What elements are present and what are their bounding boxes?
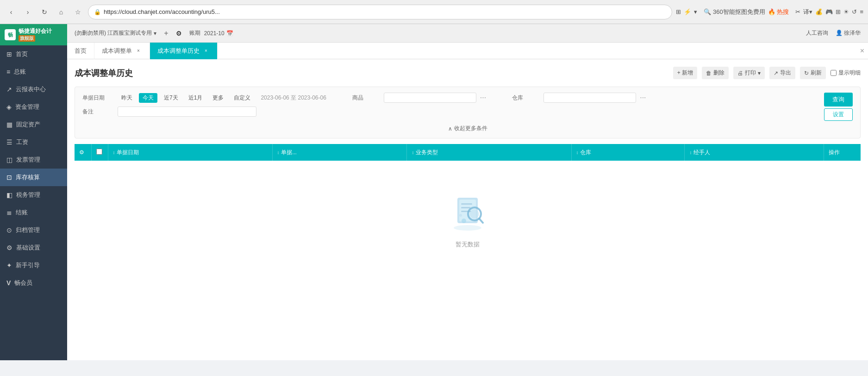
sidebar-item-guide[interactable]: ✦ 新手引导 (0, 257, 67, 274)
col-warehouse-header[interactable]: ↕ 仓库 (571, 144, 685, 161)
sidebar-item-fixed-assets[interactable]: ▦ 固定资产 (0, 116, 67, 133)
address-bar[interactable]: 🔒 https://cloud.chanjet.com/accounting/u… (88, 5, 672, 19)
user-avatar[interactable]: 👤 徐泽华 (836, 29, 861, 37)
remarks-input[interactable] (118, 107, 256, 117)
svg-point-0 (454, 225, 481, 231)
extensions-icon[interactable]: ⊞ (676, 8, 681, 15)
nav-label-tax: 税务管理 (16, 191, 40, 199)
sort-number-icon: ↕ (277, 150, 280, 155)
sidebar-item-payroll[interactable]: ☰ 工资 (0, 133, 67, 151)
tab-cost-adjust-history[interactable]: 成本调整单历史 × (150, 43, 218, 59)
undo-icon[interactable]: ↺ (852, 8, 857, 15)
col-actions-label: 操作 (829, 149, 840, 156)
col-date-header[interactable]: ↕ 单据日期 (108, 144, 272, 161)
period-label: 账期 (189, 29, 200, 37)
add-company-btn[interactable]: + (164, 29, 168, 38)
calendar-icon[interactable]: 📅 (226, 30, 233, 37)
show-cols-checkbox[interactable]: 显示明细 (831, 69, 861, 77)
col-handler-label: 经手人 (693, 149, 710, 156)
settings-gear-icon[interactable]: ⚙ (176, 30, 182, 37)
nav-label-funds: 资金管理 (15, 103, 39, 111)
query-btn[interactable]: 查询 (824, 93, 853, 107)
refresh-btn[interactable]: ↻ 刷新 (800, 67, 826, 79)
svg-line-8 (479, 219, 483, 223)
date-filter-group: 昨天 今天 近7天 近1月 更多 自定义 2023-06-06 至 2023-0… (118, 93, 326, 103)
search-icon[interactable]: 🔍 360智能抠图免费用 (704, 8, 765, 16)
col-handler-header[interactable]: ↕ 经手人 (685, 144, 824, 161)
sidebar-item-tax[interactable]: ◧ 税务管理 (0, 186, 67, 204)
warehouse-input[interactable] (543, 93, 636, 103)
sidebar-item-vip[interactable]: V 畅会员 (0, 274, 67, 292)
col-warehouse-label: 仓库 (580, 149, 591, 156)
translate-icon[interactable]: 译▾ (803, 8, 812, 16)
custom-btn[interactable]: 自定义 (230, 93, 254, 103)
reload-button[interactable]: ↻ (38, 6, 51, 19)
col-biz-type-header[interactable]: ↕ 业务类型 (407, 144, 571, 161)
collapse-btn[interactable]: ∧ 收起更多条件 (448, 125, 487, 132)
date-filter-label: 单据日期 (82, 94, 110, 102)
home-button[interactable]: ⌂ (55, 6, 68, 19)
tab-home[interactable]: 首页 (67, 43, 94, 59)
new-btn[interactable]: + 新增 (673, 67, 697, 79)
grid-icon[interactable]: ⊞ (836, 8, 841, 15)
brightness-icon[interactable]: ☀ (843, 8, 849, 15)
delete-btn[interactable]: 🗑 删除 (702, 67, 729, 79)
close-all-icon[interactable]: × (860, 47, 864, 55)
sidebar-item-archive[interactable]: ⊙ 归档管理 (0, 221, 67, 239)
sidebar-item-funds[interactable]: ◈ 资金管理 (0, 98, 67, 116)
warehouse-more-icon[interactable]: ··· (640, 94, 646, 102)
collapse-label: 收起更多条件 (454, 125, 487, 132)
col-number-header[interactable]: ↕ 单据... (272, 144, 407, 161)
home-icon: ⊞ (6, 50, 12, 58)
fixed-assets-icon: ▦ (6, 121, 12, 128)
filter-section: 单据日期 昨天 今天 近7天 近1月 更多 自定义 2023-06-06 (82, 93, 853, 121)
tab-cost-adjust[interactable]: 成本调整单 × (94, 43, 150, 59)
delete-icon: 🗑 (706, 70, 712, 76)
game-icon[interactable]: 🎮 (825, 8, 833, 15)
month1-btn[interactable]: 近1月 (185, 93, 206, 103)
show-cols-input[interactable] (831, 70, 837, 76)
sidebar-item-closing[interactable]: ≣ 结账 (0, 204, 67, 221)
sidebar-item-inventory[interactable]: ⊡ 库存核算 (0, 169, 67, 186)
inventory-icon: ⊡ (6, 174, 12, 181)
lightning-icon[interactable]: ⚡ (684, 8, 691, 15)
tab-home-label: 首页 (75, 47, 87, 55)
tab-close-all[interactable]: × (860, 47, 868, 55)
scissors-icon[interactable]: ✂ (795, 8, 800, 15)
wallet-icon[interactable]: 💰 (815, 8, 823, 15)
tab-cost-adjust-history-close[interactable]: × (202, 47, 210, 55)
username: 徐泽华 (844, 30, 861, 36)
today-btn[interactable]: 今天 (139, 93, 157, 103)
tab-cost-adjust-close[interactable]: × (135, 47, 142, 55)
yesterday-btn[interactable]: 昨天 (118, 93, 136, 103)
star-button[interactable]: ☆ (71, 6, 84, 19)
week7-btn[interactable]: 近7天 (160, 93, 182, 103)
export-btn[interactable]: ↗ 导出 (769, 67, 795, 79)
back-button[interactable]: ‹ (5, 6, 18, 19)
sidebar-item-settings[interactable]: ⚙ 基础设置 (0, 239, 67, 257)
col-settings-icon[interactable]: ⚙ (79, 149, 84, 156)
forward-button[interactable]: › (21, 6, 34, 19)
print-label: 打印 (745, 69, 756, 77)
sidebar-item-ledger[interactable]: ≡ 总账 (0, 63, 67, 81)
goods-more-icon[interactable]: ··· (480, 94, 486, 102)
app-logo: 畅 畅捷通好会计 旗舰版 (0, 24, 67, 45)
col-checkbox-header[interactable] (91, 144, 108, 161)
filter-settings-btn[interactable]: 设置 (824, 108, 853, 121)
service-btn[interactable]: 人工咨询 (806, 29, 828, 37)
sidebar-item-reports[interactable]: ↗ 云报表中心 (0, 81, 67, 98)
sidebar-item-home[interactable]: ⊞ 首页 (0, 45, 67, 63)
menu-icon[interactable]: ≡ (860, 8, 863, 15)
settings-icon: ⚙ (6, 244, 12, 251)
select-all-checkbox[interactable] (96, 149, 102, 155)
remarks-label: 备注 (82, 108, 110, 116)
company-selector[interactable]: (勿删勿禁用) 江西服宝测试专用 ▾ (75, 29, 156, 37)
print-btn[interactable]: 🖨 打印 ▾ (733, 67, 765, 79)
date-to: 2023-06-06 (298, 94, 326, 101)
hot-icon[interactable]: 🔥 热搜 (768, 8, 789, 16)
goods-input[interactable] (384, 93, 476, 103)
dropdown-icon[interactable]: ▾ (694, 8, 697, 15)
sidebar-item-invoice[interactable]: ◫ 发票管理 (0, 151, 67, 169)
more-date-btn[interactable]: 更多 (209, 93, 227, 103)
col-settings-header[interactable]: ⚙ (75, 144, 91, 161)
